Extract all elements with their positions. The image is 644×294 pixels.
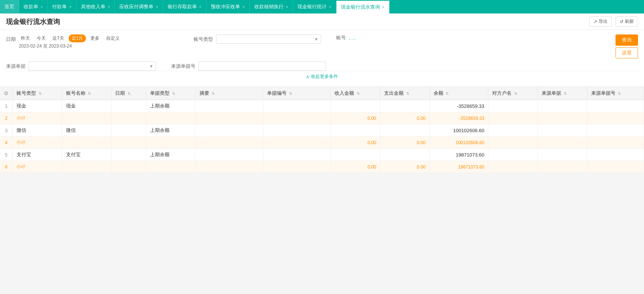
row-balance: 100102606.60 (429, 124, 488, 137)
data-table: ⚙ 账号类型 ⇅ 账号名称 ⇅ 日期 ⇅ 单据类型 ⇅ (0, 87, 644, 173)
sort-icon: ⇅ (172, 91, 175, 96)
chevron-down-icon: ▾ (315, 36, 318, 42)
row-balance: -3528659.33 (429, 100, 488, 112)
shortcut-custom[interactable]: 自定义 (104, 34, 122, 42)
row-doc-type (146, 112, 195, 124)
row-source-doc (537, 137, 587, 149)
row-date (111, 112, 146, 124)
nav-bank-deposit[interactable]: 银行存取款单 × (163, 0, 206, 13)
gear-icon[interactable]: ⚙ (4, 90, 9, 96)
col-balance[interactable]: 余额 ⇅ (429, 87, 488, 100)
row-num: 5 (0, 149, 13, 161)
close-icon[interactable]: × (41, 4, 43, 9)
row-income (331, 149, 380, 161)
col-counterpart[interactable]: 对方户名 ⇅ (488, 87, 538, 100)
row-account-type: 支付宝 (13, 149, 62, 161)
source-doc-num-input[interactable] (198, 61, 326, 71)
row-num: 4 (0, 137, 13, 149)
nav-cash-bank-flow[interactable]: 现金银行流水查询 × (336, 0, 389, 13)
nav-receipt-exec[interactable]: 收款核销执行 × (250, 0, 293, 13)
col-income[interactable]: 收入金额 ⇅ (331, 87, 380, 100)
account-type-label: 账号类型 (194, 36, 213, 43)
nav-ar-ap-adjust[interactable]: 应收应付调整单 × (115, 0, 163, 13)
row-account-name (62, 161, 111, 173)
row-date (111, 137, 146, 149)
table-row: 2小计0.000.00-3528659.33 (0, 112, 644, 124)
close-icon[interactable]: × (242, 4, 245, 9)
collapse-label: 收起更多条件 (311, 73, 338, 80)
close-icon[interactable]: × (108, 4, 110, 9)
row-balance: 19871073.60 (429, 149, 488, 161)
close-icon[interactable]: × (382, 5, 384, 9)
row-income: 0.00 (331, 161, 380, 173)
col-date[interactable]: 日期 ⇅ (111, 87, 146, 100)
col-doc-no[interactable]: 单据编号 ⇅ (263, 87, 331, 100)
nav-cash-bank-stat[interactable]: 现金银行统计 × (293, 0, 336, 13)
row-date (111, 161, 146, 173)
col-doc-type[interactable]: 单据类型 ⇅ (146, 87, 195, 100)
col-expense[interactable]: 支出金额 ⇅ (380, 87, 430, 100)
row-doc-no (263, 137, 331, 149)
table-header-row: ⚙ 账号类型 ⇅ 账号名称 ⇅ 日期 ⇅ 单据类型 ⇅ (0, 87, 644, 100)
col-account-name[interactable]: 账号名称 ⇅ (62, 87, 111, 100)
shortcut-1month[interactable]: 近1月 (69, 34, 86, 42)
row-date (111, 124, 146, 137)
col-account-type[interactable]: 账号类型 ⇅ (13, 87, 62, 100)
nav-prepay[interactable]: 预收冲应收单 × (206, 0, 249, 13)
nav-receipt[interactable]: 收款单 × (19, 0, 48, 13)
shortcut-today[interactable]: 今天 (35, 34, 48, 42)
close-icon[interactable]: × (286, 4, 288, 9)
export-button[interactable]: ↗ 导出 (589, 16, 612, 27)
table-row: 1现金现金上期余额-3528659.33 (0, 100, 644, 112)
close-icon[interactable]: × (329, 4, 331, 9)
query-button[interactable]: 查询 (615, 34, 638, 46)
row-balance: 19871073.60 (429, 161, 488, 173)
account-label: 账号 (336, 34, 346, 41)
row-num: 1 (0, 100, 13, 112)
shortcut-7days[interactable]: 近7天 (50, 34, 66, 42)
table-row: 4小计0.000.00100102606.60 (0, 137, 644, 149)
row-expense: 0.00 (380, 137, 430, 149)
collapse-icon: ∧ (306, 74, 309, 79)
table-row: 5支付宝支付宝上期余额19871073.60 (0, 149, 644, 161)
shortcut-yesterday[interactable]: 昨天 (19, 34, 32, 42)
row-counterpart (488, 137, 538, 149)
account-dots[interactable]: ... (349, 34, 356, 41)
row-source-doc-no (587, 124, 644, 137)
row-counterpart (488, 112, 538, 124)
col-summary[interactable]: 摘要 ⇅ (195, 87, 263, 100)
close-icon[interactable]: × (156, 4, 158, 9)
row-income: 0.00 (331, 112, 380, 124)
settings-button[interactable]: 设置 (615, 47, 638, 58)
row-source-doc (537, 100, 587, 112)
table-row: 3微信微信上期余额100102606.60 (0, 124, 644, 137)
refresh-button[interactable]: ↺ 刷新 (615, 16, 638, 27)
nav-payment[interactable]: 付款单 × (48, 0, 76, 13)
nav-home[interactable]: 首页 (0, 0, 19, 13)
sort-icon: ⇅ (357, 91, 360, 96)
row-balance: 100102606.60 (429, 137, 488, 149)
page-header: 现金银行流水查询 ↗ 导出 ↺ 刷新 (0, 13, 644, 30)
source-doc-select[interactable]: ▾ (29, 61, 156, 71)
col-source-doc-no[interactable]: 来源单据号 ⇅ (587, 87, 644, 100)
sort-icon: ⇅ (128, 91, 131, 96)
collapse-bar[interactable]: ∧ 收起更多条件 (6, 71, 638, 82)
row-doc-type: 上期余额 (146, 124, 195, 137)
shortcut-more[interactable]: 更多 (88, 34, 102, 42)
row-summary (195, 161, 263, 173)
row-source-doc (537, 161, 587, 173)
nav-other-income[interactable]: 其他收入单 × (77, 0, 115, 13)
row-expense (380, 124, 430, 137)
row-income (331, 100, 380, 112)
col-source-doc[interactable]: 来源单据 ⇅ (537, 87, 587, 100)
row-counterpart (488, 124, 538, 137)
close-icon[interactable]: × (199, 4, 201, 9)
date-label: 日期 (6, 36, 16, 43)
table-body: 1现金现金上期余额-3528659.332小计0.000.00-3528659.… (0, 100, 644, 173)
account-type-select[interactable]: ▾ (216, 34, 321, 44)
row-source-doc-no (587, 161, 644, 173)
close-icon[interactable]: × (69, 4, 71, 9)
row-source-doc-no (587, 112, 644, 124)
row-date (111, 149, 146, 161)
row-source-doc-no (587, 137, 644, 149)
